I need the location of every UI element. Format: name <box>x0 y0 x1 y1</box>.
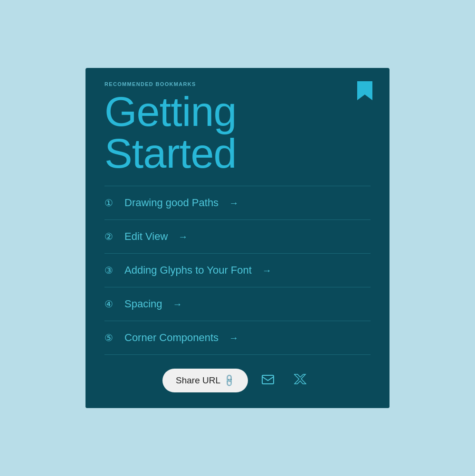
item-arrow-2: → <box>178 231 188 242</box>
item-label-5: Corner Components <box>124 332 218 344</box>
item-link-2[interactable]: ② Edit View → <box>104 220 370 253</box>
item-number-1: ① <box>104 197 118 209</box>
item-link-5[interactable]: ⑤ Corner Components → <box>104 321 370 354</box>
bookmark-list: ① Drawing good Paths → ② Edit View → ③ A… <box>86 186 390 355</box>
card-footer: Share URL 🔗 <box>86 355 390 408</box>
item-arrow-3: → <box>262 265 272 276</box>
item-number-3: ③ <box>104 265 118 276</box>
item-label-1: Drawing good Paths <box>124 197 218 209</box>
bookmarks-card: RECOMMENDED BOOKMARKS Getting Started ① … <box>86 68 390 408</box>
item-label-4: Spacing <box>124 298 162 310</box>
item-number-4: ④ <box>104 298 118 310</box>
item-arrow-5: → <box>229 333 238 343</box>
item-link-4[interactable]: ④ Spacing → <box>104 287 370 321</box>
twitter-button[interactable] <box>288 368 313 393</box>
item-number-5: ⑤ <box>104 332 118 343</box>
list-item[interactable]: ① Drawing good Paths → <box>104 186 370 220</box>
list-item[interactable]: ③ Adding Glyphs to Your Font → <box>104 254 370 287</box>
item-label-3: Adding Glyphs to Your Font <box>124 264 252 276</box>
link-icon: 🔗 <box>222 373 237 388</box>
list-item[interactable]: ② Edit View → <box>104 220 370 254</box>
share-url-label: Share URL <box>176 375 220 386</box>
card-header: RECOMMENDED BOOKMARKS Getting Started <box>86 68 390 174</box>
item-number-2: ② <box>104 231 118 242</box>
svg-rect-0 <box>262 375 274 384</box>
item-arrow-1: → <box>229 198 238 209</box>
email-button[interactable] <box>256 368 280 393</box>
bookmark-icon <box>357 81 372 103</box>
item-label-2: Edit View <box>124 230 168 243</box>
email-icon <box>262 374 274 387</box>
main-title: Getting Started <box>104 91 370 174</box>
item-arrow-4: → <box>173 299 182 310</box>
twitter-icon <box>294 374 306 387</box>
share-url-button[interactable]: Share URL 🔗 <box>162 369 248 392</box>
item-link-1[interactable]: ① Drawing good Paths → <box>104 186 370 219</box>
list-item[interactable]: ④ Spacing → <box>104 287 370 321</box>
recommended-label: RECOMMENDED BOOKMARKS <box>104 81 370 87</box>
item-link-3[interactable]: ③ Adding Glyphs to Your Font → <box>104 254 370 287</box>
list-item[interactable]: ⑤ Corner Components → <box>104 321 370 355</box>
